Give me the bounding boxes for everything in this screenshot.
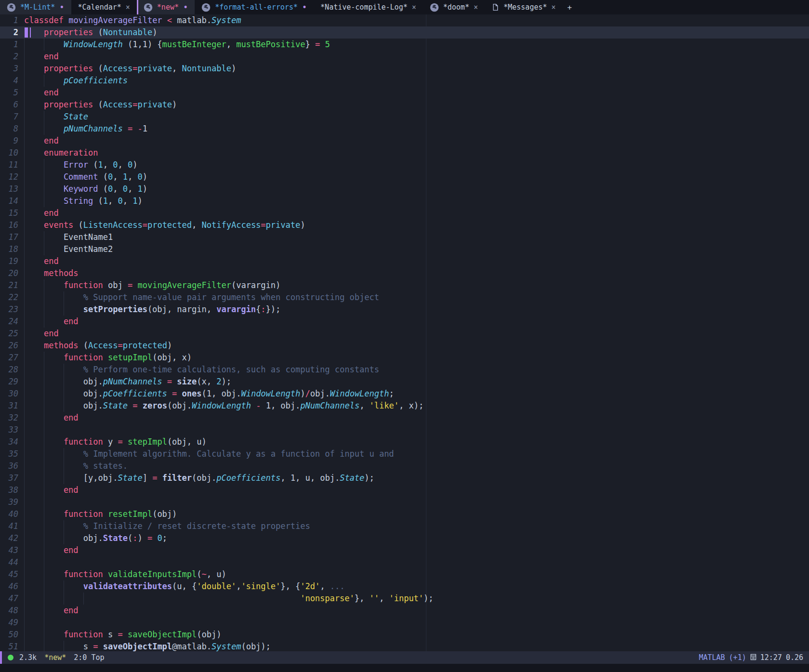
- code-line[interactable]: 41% Initialize / reset discrete-state pr…: [0, 520, 809, 532]
- close-icon[interactable]: ×: [412, 3, 416, 12]
- code-line[interactable]: 35% Implement algorithm. Calculate y as …: [0, 448, 809, 460]
- tab-messages[interactable]: *Messages*×: [485, 0, 562, 14]
- indent-guide: [44, 556, 64, 568]
- line-number: 44: [0, 556, 24, 568]
- code-line[interactable]: 23setProperties(obj, nargin, varargin{:}…: [0, 303, 809, 316]
- code-line[interactable]: 21function obj = movingAverageFilter(var…: [0, 279, 809, 291]
- code-line[interactable]: 11Error (1, 0, 0): [0, 159, 809, 171]
- code-line[interactable]: 13Keyword (0, 0, 1): [0, 183, 809, 195]
- code-line[interactable]: 45function validateInputsImpl(~, u): [0, 568, 809, 580]
- code-line[interactable]: 46validateattributes(u, {'double','singl…: [0, 580, 809, 593]
- indent-guide: [24, 520, 44, 532]
- code-line[interactable]: 22% Support name-value pair arguments wh…: [0, 291, 809, 303]
- code-line[interactable]: 33: [0, 424, 809, 436]
- code-line[interactable]: 6properties (Access=private): [0, 99, 809, 111]
- code-line[interactable]: 14String (1, 0, 1): [0, 195, 809, 207]
- code-line[interactable]: 44: [0, 556, 809, 568]
- code-line[interactable]: 36% states.: [0, 460, 809, 472]
- code-text: end: [24, 51, 809, 63]
- code-line[interactable]: 49: [0, 617, 809, 629]
- code-line[interactable]: 18EventName2: [0, 243, 809, 255]
- code-line[interactable]: 12Comment (0, 1, 0): [0, 171, 809, 183]
- indent-guide: [24, 51, 44, 63]
- indent-guide: [44, 159, 64, 171]
- indent-guide: [44, 508, 64, 520]
- line-number: 32: [0, 412, 24, 424]
- code-line[interactable]: 4pCoefficients: [0, 75, 809, 87]
- code-line[interactable]: 50function s = saveObjectImpl(obj): [0, 629, 809, 641]
- tab-format-all-errors[interactable]: *format-all-errors*•: [195, 0, 314, 14]
- line-number: 30: [0, 388, 24, 400]
- tab-calendar[interactable]: *Calendar*×: [71, 0, 137, 14]
- code-line[interactable]: 26methods (Access=protected): [0, 340, 809, 352]
- code-line[interactable]: 30obj.pCoefficients = ones(1, obj.Window…: [0, 388, 809, 400]
- code-text: end: [24, 135, 809, 147]
- code-line[interactable]: 24end: [0, 316, 809, 328]
- code-line[interactable]: 25end: [0, 328, 809, 340]
- code-line[interactable]: 16events (ListenAccess=protected, Notify…: [0, 219, 809, 231]
- indent-guide: [64, 303, 83, 316]
- code-line[interactable]: 29obj.pNumChannels = size(x, 2);: [0, 376, 809, 388]
- code-text: Comment (0, 1, 0): [24, 171, 809, 183]
- code-line[interactable]: 31obj.State = zeros(obj.WindowLength - 1…: [0, 400, 809, 412]
- indent-guide: [44, 496, 64, 508]
- modified-dot-icon: •: [59, 3, 64, 12]
- close-icon[interactable]: ×: [551, 3, 556, 12]
- code-line[interactable]: 20methods: [0, 267, 809, 279]
- indent-guide: [24, 183, 44, 195]
- code-line[interactable]: 2properties (Nontunable): [0, 26, 809, 39]
- new-tab-button[interactable]: +: [562, 0, 577, 14]
- code-text: s = saveObjectImpl@matlab.System(obj);: [24, 641, 809, 651]
- code-line[interactable]: 27function setupImpl(obj, x): [0, 352, 809, 364]
- code-line[interactable]: 40function resetImpl(obj): [0, 508, 809, 520]
- tab-native-compile-log[interactable]: *Native-compile-Log*×: [314, 0, 423, 14]
- code-editor[interactable]: 1classdef movingAverageFilter < matlab.S…: [0, 14, 809, 651]
- indent-guide: [24, 388, 44, 400]
- line-number: 45: [0, 568, 24, 580]
- tab-doom[interactable]: *doom*×: [423, 0, 485, 14]
- code-line[interactable]: 48end: [0, 605, 809, 617]
- code-line[interactable]: 1classdef movingAverageFilter < matlab.S…: [0, 14, 809, 26]
- tab-m-lint[interactable]: *M-Lint*•: [0, 0, 71, 14]
- code-line[interactable]: 9end: [0, 135, 809, 147]
- line-number: 31: [0, 400, 24, 412]
- indent-guide: [24, 641, 44, 651]
- code-line[interactable]: 2end: [0, 51, 809, 63]
- indent-guide: [44, 641, 64, 651]
- code-line[interactable]: 7State: [0, 111, 809, 123]
- code-line[interactable]: 17EventName1: [0, 231, 809, 243]
- code-line[interactable]: 15end: [0, 207, 809, 219]
- emacs-icon: [7, 3, 16, 12]
- echo-area: [0, 664, 809, 672]
- code-line[interactable]: 37[y,obj.State] = filter(obj.pCoefficien…: [0, 472, 809, 484]
- indent-guide: [44, 580, 64, 593]
- code-line[interactable]: 51s = saveObjectImpl@matlab.System(obj);: [0, 641, 809, 651]
- code-line[interactable]: 8pNumChannels = -1: [0, 123, 809, 135]
- line-number: 33: [0, 424, 24, 436]
- indent-guide: [24, 340, 44, 352]
- line-number: 22: [0, 291, 24, 303]
- code-line[interactable]: 43end: [0, 544, 809, 556]
- code-line[interactable]: 32end: [0, 412, 809, 424]
- code-line[interactable]: 47 'nonsparse'}, '', 'input');: [0, 593, 809, 605]
- code-line[interactable]: 42obj.State(:) = 0;: [0, 532, 809, 544]
- close-icon[interactable]: ×: [474, 3, 478, 12]
- indent-guide: [44, 388, 64, 400]
- code-line[interactable]: 28% Perform one-time calculations, such …: [0, 364, 809, 376]
- tab-label: *format-all-errors*: [215, 3, 298, 12]
- code-line[interactable]: 19end: [0, 255, 809, 267]
- indent-guide: [44, 484, 64, 496]
- line-number: 35: [0, 448, 24, 460]
- tab-new[interactable]: *new*•: [137, 0, 195, 14]
- code-line[interactable]: 5end: [0, 87, 809, 99]
- code-line[interactable]: 3properties (Access=private, Nontunable): [0, 63, 809, 75]
- code-line[interactable]: 1WindowLength (1,1) {mustBeInteger, must…: [0, 39, 809, 51]
- line-number: 15: [0, 207, 24, 219]
- code-line[interactable]: 10enumeration: [0, 147, 809, 159]
- close-icon[interactable]: ×: [126, 3, 130, 12]
- line-number: 9: [0, 135, 24, 147]
- code-line[interactable]: 38end: [0, 484, 809, 496]
- code-line[interactable]: 34function y = stepImpl(obj, u): [0, 436, 809, 448]
- code-line[interactable]: 39: [0, 496, 809, 508]
- indent-guide: [44, 605, 64, 617]
